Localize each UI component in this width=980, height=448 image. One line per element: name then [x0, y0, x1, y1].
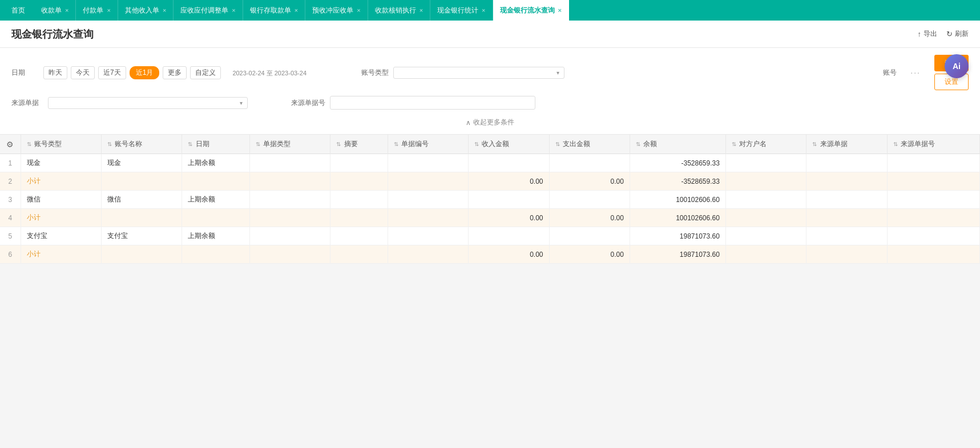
- export-icon: ↑: [918, 30, 922, 38]
- collapse-bar[interactable]: ∧ 收起更多条件: [11, 115, 969, 127]
- table-row: 4小计0.000.00100102606.60: [0, 209, 980, 227]
- cell-account-type: 小计: [21, 209, 101, 227]
- col-summary-header[interactable]: ⇅ 摘要: [330, 135, 388, 154]
- cell-source-doc: [806, 245, 887, 264]
- main-table: ⚙ ⇅ 账号类型 ⇅ 账号名称 ⇅ 日期 ⇅ 单据类型: [0, 135, 980, 264]
- table-wrapper: ⚙ ⇅ 账号类型 ⇅ 账号名称 ⇅ 日期 ⇅ 单据类型: [0, 135, 980, 264]
- top-nav: 首页 收款单 × 付款单 × 其他收入单 × 应收应付调整单 × 银行存取款单 …: [0, 0, 980, 21]
- cell-balance: 100102606.60: [630, 191, 725, 209]
- ai-badge[interactable]: Ai: [945, 54, 969, 78]
- tab-xianjinliushui[interactable]: 现金银行流水查询 ×: [493, 0, 569, 21]
- row-index: 1: [0, 154, 21, 172]
- cell-source-doc-no: [887, 209, 979, 227]
- cell-date: [182, 245, 250, 264]
- col-date-header[interactable]: ⇅ 日期: [182, 135, 250, 154]
- tab-shoukuanhexiao[interactable]: 收款核销执行 ×: [368, 0, 430, 21]
- cell-date: [182, 172, 250, 191]
- tab-yingshouyingfu[interactable]: 应收应付调整单 ×: [174, 0, 243, 21]
- row-index: 5: [0, 227, 21, 245]
- source-doc-no-label: 来源单据号: [291, 98, 325, 108]
- cell-date: 上期余额: [182, 154, 250, 172]
- sort-arrows-account-type: ⇅: [27, 141, 31, 147]
- cell-expense: 0.00: [549, 245, 630, 264]
- date-btn-yesterday[interactable]: 昨天: [43, 66, 67, 79]
- tab-shoukuan[interactable]: 收款单 ×: [34, 0, 76, 21]
- sort-arrows-date: ⇅: [188, 141, 192, 147]
- cell-doc-no: [388, 227, 468, 245]
- cell-summary: [330, 245, 388, 264]
- cell-source-doc-no: [887, 172, 979, 191]
- close-tab-yinhangcunqu[interactable]: ×: [295, 7, 298, 14]
- sort-arrows-counterpart: ⇅: [732, 141, 736, 147]
- source-doc-chevron: ▾: [240, 100, 243, 106]
- cell-source-doc-no: [887, 227, 979, 245]
- cell-source-doc: [806, 209, 887, 227]
- cell-counterpart: [725, 191, 806, 209]
- filter-area: 日期 昨天 今天 近7天 近1月 更多 自定义 2023-02-24 至 202…: [0, 48, 980, 135]
- sort-arrows-income: ⇅: [474, 141, 479, 147]
- cell-date: [182, 209, 250, 227]
- col-source-doc-no-header[interactable]: ⇅ 来源单据号: [887, 135, 979, 154]
- nav-home[interactable]: 首页: [2, 0, 34, 21]
- cell-expense: [549, 191, 630, 209]
- page-header: 现金银行流水查询 ↑ 导出 ↻ 刷新: [0, 21, 980, 48]
- col-account-type-header[interactable]: ⇅ 账号类型: [21, 135, 101, 154]
- account-dots[interactable]: ···: [910, 68, 921, 77]
- source-doc-select[interactable]: ▾: [48, 97, 248, 109]
- cell-doc-no: [388, 172, 468, 191]
- close-tab-yingshouyingfu[interactable]: ×: [232, 7, 235, 14]
- cell-counterpart: [725, 154, 806, 172]
- cell-counterpart: [725, 245, 806, 264]
- col-account-name-header[interactable]: ⇅ 账号名称: [101, 135, 182, 154]
- refresh-button[interactable]: ↻ 刷新: [946, 29, 969, 39]
- tab-yinhangcunqu[interactable]: 银行存取款单 ×: [243, 0, 305, 21]
- date-range-display: 2023-02-24 至 2023-03-24: [232, 69, 306, 78]
- tab-fukuan[interactable]: 付款单 ×: [76, 0, 118, 21]
- date-btn-more[interactable]: 更多: [163, 66, 187, 79]
- cell-expense: 0.00: [549, 209, 630, 227]
- cell-source-doc-no: [887, 245, 979, 264]
- cell-date: 上期余额: [182, 191, 250, 209]
- close-tab-xianjinliushui[interactable]: ×: [558, 7, 562, 14]
- sort-arrows-doc-type: ⇅: [256, 141, 260, 147]
- cell-source-doc: [806, 191, 887, 209]
- table-body: 1现金现金上期余额-3528659.332小计0.000.00-3528659.…: [0, 154, 980, 264]
- cell-balance: -3528659.33: [630, 172, 725, 191]
- cell-source-doc-no: [887, 154, 979, 172]
- col-balance-header[interactable]: ⇅ 余额: [630, 135, 725, 154]
- col-expense-header[interactable]: ⇅ 支出金额: [549, 135, 630, 154]
- col-income-header[interactable]: ⇅ 收入金额: [469, 135, 549, 154]
- filter-row-1: 日期 昨天 今天 近7天 近1月 更多 自定义 2023-02-24 至 202…: [11, 55, 969, 90]
- close-tab-fukuan[interactable]: ×: [107, 7, 110, 14]
- date-btn-1month[interactable]: 近1月: [130, 66, 160, 79]
- date-btn-custom[interactable]: 自定义: [190, 66, 221, 79]
- tab-xianjintongji[interactable]: 现金银行统计 ×: [430, 0, 493, 21]
- col-source-doc-header[interactable]: ⇅ 来源单据: [806, 135, 887, 154]
- source-doc-label: 来源单据: [11, 98, 39, 108]
- account-type-select[interactable]: ▾: [393, 67, 564, 79]
- cell-balance: -3528659.33: [630, 154, 725, 172]
- cell-account-type: 支付宝: [21, 227, 101, 245]
- cell-summary: [330, 209, 388, 227]
- date-btn-7days[interactable]: 近7天: [98, 66, 126, 79]
- col-counterpart-header[interactable]: ⇅ 对方户名: [725, 135, 806, 154]
- cell-income: [469, 227, 549, 245]
- close-tab-shoukuan[interactable]: ×: [65, 7, 68, 14]
- col-doc-no-header[interactable]: ⇅ 单据编号: [388, 135, 468, 154]
- close-tab-yushouyingfu[interactable]: ×: [357, 7, 360, 14]
- source-doc-no-input[interactable]: [330, 96, 535, 110]
- tab-yushouyingfu[interactable]: 预收冲应收单 ×: [305, 0, 368, 21]
- tab-qitashouru[interactable]: 其他收入单 ×: [118, 0, 174, 21]
- col-doc-type-header[interactable]: ⇅ 单据类型: [249, 135, 330, 154]
- cell-account-name: 现金: [101, 154, 182, 172]
- close-tab-shoukuanhexiao[interactable]: ×: [420, 7, 423, 14]
- close-tab-qitashouru[interactable]: ×: [163, 7, 166, 14]
- cell-account-type: 微信: [21, 191, 101, 209]
- cell-balance: 19871073.60: [630, 245, 725, 264]
- row-index: 4: [0, 209, 21, 227]
- col-settings-icon[interactable]: ⚙: [0, 135, 21, 154]
- date-btn-today[interactable]: 今天: [71, 66, 95, 79]
- export-button[interactable]: ↑ 导出: [918, 29, 938, 39]
- chevron-down-icon: ▾: [556, 70, 559, 76]
- close-tab-xianjintongji[interactable]: ×: [482, 7, 485, 14]
